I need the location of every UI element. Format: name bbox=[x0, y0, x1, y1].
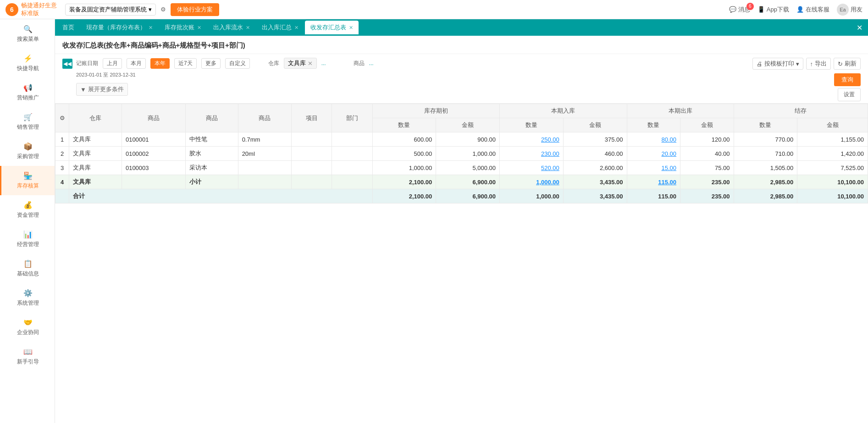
date-btn-custom[interactable]: 自定义 bbox=[225, 58, 250, 69]
col-opening-amt: 金额 bbox=[436, 118, 500, 132]
col-code: 商品 bbox=[122, 104, 185, 132]
sidebar-item-marketing[interactable]: 📢 营销推广 bbox=[0, 78, 55, 107]
cell-in-qty[interactable]: 230.00 bbox=[500, 147, 564, 161]
sidebar-item-operations[interactable]: 📊 经营管理 bbox=[0, 225, 55, 254]
cell-opening-qty: 500.00 bbox=[372, 147, 436, 161]
settings-icon[interactable]: ⚙ bbox=[160, 6, 166, 13]
cell-opening-amt: 6,900.00 bbox=[436, 175, 500, 189]
cell-out-qty[interactable]: 115.00 bbox=[627, 175, 680, 189]
message-badge: 6 bbox=[746, 3, 754, 10]
warehouse-more-btn[interactable]: ... bbox=[321, 60, 326, 66]
warehouse-tag-close[interactable]: ✕ bbox=[308, 60, 313, 67]
date-btn-this-month[interactable]: 本月 bbox=[127, 58, 146, 69]
cell-out-amt: 235.00 bbox=[680, 175, 734, 189]
filter-settings-btn[interactable]: 设置 bbox=[838, 88, 861, 101]
trial-btn[interactable]: 体验行业方案 bbox=[171, 3, 219, 16]
cell-in-qty[interactable]: 520.00 bbox=[500, 161, 564, 175]
system-name-label: 装备及固定资产辅助管理系统 bbox=[69, 5, 147, 14]
cell-seq: 4 bbox=[55, 175, 69, 189]
date-btn-more[interactable]: 更多 bbox=[201, 58, 221, 69]
tab-home[interactable]: 首页 bbox=[57, 21, 80, 34]
sidebar-item-sales[interactable]: 🛒 销售管理 bbox=[0, 107, 55, 137]
col-settings[interactable]: ⚙ bbox=[55, 104, 69, 132]
cell-warehouse: 文具库 bbox=[69, 132, 122, 147]
cell-balance-qty: 770.00 bbox=[734, 132, 797, 147]
sidebar-item-inventory[interactable]: 🏪 库存核算 bbox=[0, 166, 55, 195]
date-btn-prev-month[interactable]: 上月 bbox=[103, 58, 122, 69]
cell-project bbox=[292, 161, 332, 175]
sidebar-item-basic[interactable]: 📋 基础信息 bbox=[0, 254, 55, 283]
tab-stock-dist[interactable]: 现存量（库存分布表） ✕ bbox=[81, 21, 158, 34]
cell-in-qty[interactable]: 250.00 bbox=[500, 132, 564, 147]
close-all-tabs[interactable]: ✕ bbox=[853, 23, 866, 32]
online-service-btn[interactable]: 👤 在线客服 bbox=[796, 5, 829, 14]
filter-area: 记账日期 上月 本月 本年 近7天 更多 自定义 仓库 文具库 ✕ ... bbox=[76, 58, 749, 96]
tab-bar: 首页 现存量（库存分布表） ✕ 库存批次账 ✕ 出入库流水 ✕ 出入库汇总 ✕ … bbox=[55, 19, 868, 36]
footer-empty1 bbox=[55, 189, 69, 203]
sidebar-quick-label: 快捷导航 bbox=[17, 65, 39, 72]
col-in: 本期入库 bbox=[500, 104, 627, 118]
export-btn[interactable]: ↑ 导出 bbox=[806, 58, 831, 70]
tab-stock-dist-label: 现存量（库存分布表） bbox=[86, 23, 146, 32]
cell-in-qty[interactable]: 1,000.00 bbox=[500, 175, 564, 189]
message-icon: 💬 bbox=[729, 6, 736, 13]
tab-inout-flow-close[interactable]: ✕ bbox=[246, 25, 250, 31]
sidebar-item-purchase[interactable]: 📦 采购管理 bbox=[0, 137, 55, 166]
table-row: 2文具库0100002胶水20ml500.001,000.00230.00460… bbox=[55, 147, 868, 161]
refresh-icon: ↻ bbox=[838, 60, 843, 67]
sidebar-collab-label: 企业协同 bbox=[17, 329, 39, 336]
sidebar-item-guide[interactable]: 📖 新手引导 bbox=[0, 342, 55, 371]
message-btn[interactable]: 💬 消息 6 bbox=[729, 5, 750, 14]
logo-icon: 6 bbox=[6, 3, 18, 16]
cell-project bbox=[292, 147, 332, 161]
app-download-btn[interactable]: 📱 App下载 bbox=[757, 5, 789, 14]
cell-out-qty[interactable]: 15.00 bbox=[627, 161, 680, 175]
refresh-btn[interactable]: ↻ 刷新 bbox=[834, 58, 861, 70]
table-container: ⚙ 仓库 商品 商品 商品 项目 部门 库存期初 本期入库 本期出库 结存 bbox=[55, 104, 868, 203]
cell-out-qty[interactable]: 20.00 bbox=[627, 147, 680, 161]
tab-inout-flow[interactable]: 出入库流水 ✕ bbox=[208, 21, 255, 34]
tab-stock-dist-close[interactable]: ✕ bbox=[149, 25, 153, 31]
cell-in-amt: 460.00 bbox=[563, 147, 627, 161]
collapse-btn[interactable]: ◀◀ bbox=[62, 59, 72, 69]
cell-code: 0100003 bbox=[122, 161, 185, 175]
warehouse-tag: 文具库 ✕ bbox=[284, 58, 317, 69]
tab-recv-send[interactable]: 收发存汇总表 ✕ bbox=[305, 21, 359, 34]
print-dropdown-icon: ▾ bbox=[796, 60, 799, 67]
system-selector[interactable]: 装备及固定资产辅助管理系统 ▾ bbox=[65, 4, 156, 16]
tab-batch-close[interactable]: ✕ bbox=[197, 25, 201, 31]
query-btn[interactable]: 查询 bbox=[834, 73, 861, 86]
warehouse-label: 仓库 bbox=[268, 60, 279, 67]
tab-batch[interactable]: 库存批次账 ✕ bbox=[159, 21, 207, 34]
tab-inout-summary[interactable]: 出入库汇总 ✕ bbox=[256, 21, 304, 34]
footer-in-amt: 3,435.00 bbox=[563, 189, 627, 203]
table-row: 3文具库0100003采访本1,000.005,000.00520.002,60… bbox=[55, 161, 868, 175]
sidebar-sales-label: 销售管理 bbox=[17, 123, 39, 131]
cell-out-amt: 120.00 bbox=[680, 132, 734, 147]
warehouse-tag-label: 文具库 bbox=[288, 59, 306, 67]
print-btn[interactable]: 🖨 按模板打印 ▾ bbox=[752, 58, 803, 70]
basic-icon: 📋 bbox=[23, 259, 33, 268]
quick-icon: ⚡ bbox=[23, 54, 33, 63]
date-btn-this-year[interactable]: 本年 bbox=[150, 58, 170, 69]
purchase-icon: 📦 bbox=[23, 142, 33, 151]
sidebar-item-finance[interactable]: 💰 资金管理 bbox=[0, 195, 55, 225]
tab-inout-summary-close[interactable]: ✕ bbox=[294, 25, 299, 31]
cell-spec bbox=[238, 161, 291, 175]
sidebar-item-system[interactable]: ⚙️ 系统管理 bbox=[0, 283, 55, 313]
cell-dept bbox=[332, 175, 372, 189]
sidebar-item-collab[interactable]: 🤝 企业协同 bbox=[0, 313, 55, 342]
cell-project bbox=[292, 175, 332, 189]
goods-more-btn[interactable]: ... bbox=[369, 60, 374, 66]
user-btn[interactable]: Ea 用友 bbox=[837, 4, 862, 16]
footer-opening-qty: 2,100.00 bbox=[372, 189, 436, 203]
cell-out-qty[interactable]: 80.00 bbox=[627, 132, 680, 147]
date-btn-7days[interactable]: 近7天 bbox=[174, 58, 197, 69]
sidebar-item-quick[interactable]: ⚡ 快捷导航 bbox=[0, 49, 55, 78]
expand-conditions-btn[interactable]: ▼ 展开更多条件 bbox=[76, 83, 128, 96]
tab-batch-label: 库存批次账 bbox=[165, 23, 194, 32]
inventory-icon: 🏪 bbox=[23, 171, 33, 180]
sidebar-basic-label: 基础信息 bbox=[17, 270, 39, 278]
sidebar-item-search[interactable]: 🔍 搜索菜单 bbox=[0, 19, 55, 49]
tab-recv-send-close[interactable]: ✕ bbox=[349, 25, 353, 31]
